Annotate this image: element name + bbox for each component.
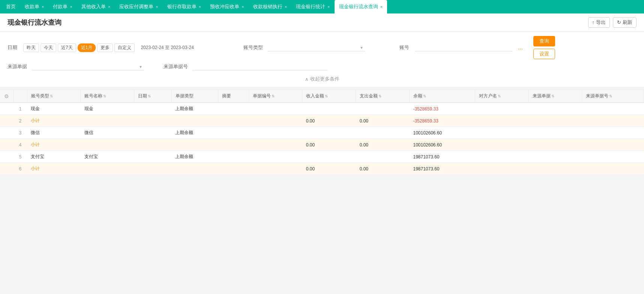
date-option-3[interactable]: 近1月	[78, 43, 96, 52]
cell-doc_type-1	[171, 115, 218, 127]
cell-account_name-4: 支付宝	[81, 151, 134, 163]
cell-balance-0: -3528659.33	[409, 103, 475, 115]
dots-button[interactable]: ...	[518, 44, 523, 51]
table-row: 5支付宝支付宝上期余额19871073.60	[0, 151, 644, 163]
col-header-num	[14, 90, 27, 103]
cell-balance-2: 100102606.60	[409, 127, 475, 139]
sort-icon: ⇅	[423, 94, 426, 98]
cell-balance-5: 19871073.60	[409, 163, 475, 175]
cell-date-3	[134, 139, 171, 151]
cell-source_doc_no-3	[582, 139, 644, 151]
nav-tab-其他收入单[interactable]: 其他收入单×	[77, 0, 115, 13]
nav-tab-应收应付调整单[interactable]: 应收应付调整单×	[115, 0, 162, 13]
account-label: 账号	[399, 44, 411, 51]
sort-icon: ⇅	[50, 94, 53, 98]
cell-source_doc_no-1	[582, 115, 644, 127]
cell-balance-4: 19871073.60	[409, 151, 475, 163]
cell-account_type-4: 支付宝	[27, 151, 81, 163]
nav-tab-现金银行统计[interactable]: 现金银行统计×	[291, 0, 334, 13]
source-doc-select-wrapper: ▼	[32, 63, 144, 70]
col-header-source_doc[interactable]: 来源单据⇅	[528, 90, 582, 103]
date-label: 日期	[8, 44, 19, 51]
table-row: 2小计0.000.00-3528659.33	[0, 115, 644, 127]
col-header-account_name[interactable]: 账号名称⇅	[81, 90, 134, 103]
collapse-bar[interactable]: ∧ 收起更多条件	[8, 74, 636, 82]
cell-doc_no-5	[249, 163, 302, 175]
date-option-5[interactable]: 自定义	[114, 43, 135, 52]
account-type-select[interactable]	[267, 44, 365, 51]
col-header-source_doc_no[interactable]: 来源单据号⇅	[582, 90, 644, 103]
cell-counterpart-4	[475, 151, 528, 163]
nav-tab-收款核销执行[interactable]: 收款核销执行×	[249, 0, 291, 13]
nav-tab-现金银行流水查询[interactable]: 现金银行流水查询×	[335, 0, 387, 13]
close-icon[interactable]: ×	[70, 0, 72, 13]
cell-num-3: 4	[14, 139, 27, 151]
export-icon: ↑	[592, 19, 595, 25]
date-option-2[interactable]: 近7天	[58, 43, 76, 52]
gear-icon[interactable]: ⚙	[4, 93, 9, 99]
cell-doc_no-1	[249, 115, 302, 127]
close-icon[interactable]: ×	[108, 0, 110, 13]
date-option-0[interactable]: 昨天	[23, 43, 39, 52]
refresh-button[interactable]: ↻ 刷新	[613, 17, 636, 28]
filter-row-source: 来源单据 ▼ 来源单据号	[8, 63, 636, 70]
collapse-label: 收起更多条件	[310, 76, 339, 82]
col-header-income[interactable]: 收入金额⇅	[302, 90, 356, 103]
cell-account_type-2: 微信	[27, 127, 81, 139]
col-header-counterpart[interactable]: 对方户名⇅	[475, 90, 528, 103]
close-icon[interactable]: ×	[199, 0, 201, 13]
query-button[interactable]: 查询	[533, 36, 555, 46]
cell-gear-3	[0, 139, 14, 151]
cell-date-4	[134, 151, 171, 163]
cell-doc_no-0	[249, 103, 302, 115]
account-input[interactable]	[415, 44, 513, 51]
date-option-1[interactable]: 今天	[41, 43, 56, 52]
cell-expense-4	[356, 151, 410, 163]
close-icon[interactable]: ×	[380, 0, 383, 13]
cell-source_doc-3	[528, 139, 582, 151]
export-button[interactable]: ↑ 导出	[588, 17, 610, 28]
col-header-date[interactable]: 日期⇅	[134, 90, 171, 103]
table-row: 4小计0.000.00100102606.60	[0, 139, 644, 151]
close-icon[interactable]: ×	[327, 0, 330, 13]
filter-area: 日期 昨天今天近7天近1月更多自定义 2023-02-24 至 2023-03-…	[0, 31, 644, 87]
cell-doc_no-3	[249, 139, 302, 151]
page-header: 现金银行流水查询 ↑ 导出 ↻ 刷新	[0, 13, 644, 31]
date-option-4[interactable]: 更多	[97, 43, 113, 52]
source-doc-num-input[interactable]	[192, 63, 327, 70]
settings-button[interactable]: 设置	[533, 49, 555, 59]
close-icon[interactable]: ×	[242, 0, 244, 13]
col-header-expense[interactable]: 支出金额⇅	[356, 90, 410, 103]
col-header-account_type[interactable]: 账号类型⇅	[27, 90, 81, 103]
top-nav: 首页 收款单×付款单×其他收入单×应收应付调整单×银行存取款单×预收冲应收单×收…	[0, 0, 644, 13]
source-doc-select[interactable]	[32, 63, 144, 70]
col-header-doc_no[interactable]: 单据编号⇅	[249, 90, 302, 103]
cell-income-5: 0.00	[302, 163, 356, 175]
source-doc-num-label: 来源单据号	[164, 63, 188, 70]
cell-gear-1	[0, 115, 14, 127]
table-row: 6小计0.000.0019871073.60	[0, 163, 644, 175]
cell-doc_type-3	[171, 139, 218, 151]
sort-icon: ⇅	[551, 94, 554, 98]
nav-tab-银行存取款单[interactable]: 银行存取款单×	[163, 0, 206, 13]
nav-tab-预收冲应收单[interactable]: 预收冲应收单×	[206, 0, 248, 13]
nav-tab-付款单[interactable]: 付款单×	[48, 0, 77, 13]
data-table: ⚙账号类型⇅账号名称⇅日期⇅单据类型摘要单据编号⇅收入金额⇅支出金额⇅余额⇅对方…	[0, 90, 644, 175]
col-header-balance[interactable]: 余额⇅	[409, 90, 475, 103]
cell-expense-5: 0.00	[356, 163, 410, 175]
cell-num-5: 6	[14, 163, 27, 175]
cell-source_doc-2	[528, 127, 582, 139]
cell-income-2	[302, 127, 356, 139]
nav-home[interactable]: 首页	[2, 0, 20, 13]
cell-summary-1	[218, 115, 249, 127]
cell-balance-3: 100102606.60	[409, 139, 475, 151]
cell-counterpart-5	[475, 163, 528, 175]
close-icon[interactable]: ×	[156, 0, 158, 13]
close-icon[interactable]: ×	[285, 0, 287, 13]
col-header-doc_type: 单据类型	[171, 90, 218, 103]
cell-income-3: 0.00	[302, 139, 356, 151]
nav-tab-收款单[interactable]: 收款单×	[20, 0, 48, 13]
cell-date-1	[134, 115, 171, 127]
close-icon[interactable]: ×	[42, 0, 44, 13]
cell-summary-3	[218, 139, 249, 151]
